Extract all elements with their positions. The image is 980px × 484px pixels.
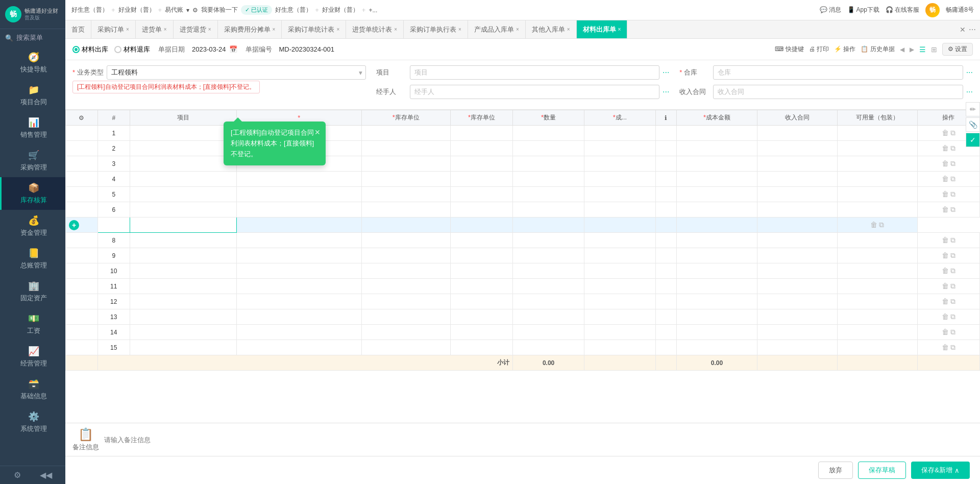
row8-unit[interactable] (451, 233, 513, 248)
row7-inline-input2[interactable] (133, 222, 233, 229)
row11-copy-icon[interactable]: ⧉ (950, 282, 955, 290)
tab-purchase-stats-close[interactable]: × (336, 27, 339, 32)
tab-other-in-close[interactable]: × (567, 27, 570, 32)
tooltip-close-btn[interactable]: ✕ (314, 127, 321, 138)
row10-project[interactable] (130, 263, 236, 279)
row6-copy-icon[interactable]: ⧉ (950, 205, 955, 213)
row9-cost-amount[interactable] (677, 248, 757, 263)
row13-delete-icon[interactable]: 🗑 (942, 312, 949, 321)
topbar-username[interactable]: 畅庸通8号 (946, 6, 974, 14)
row2-delete-icon[interactable]: 🗑 (942, 144, 949, 152)
row1-unit[interactable] (451, 126, 513, 141)
row13-unit[interactable] (451, 309, 513, 325)
row5-cost[interactable] (584, 187, 655, 202)
row10-qty[interactable] (513, 263, 584, 279)
row9-spec[interactable] (361, 248, 451, 263)
row7-inline-input[interactable] (101, 222, 127, 229)
row14-spec[interactable] (361, 325, 451, 340)
radio-material-out[interactable]: 材料出库 (72, 45, 108, 54)
topbar-settings-icon[interactable]: ⚙ (192, 7, 198, 14)
project-input[interactable]: 项目 (410, 65, 659, 80)
row8-cost[interactable] (584, 233, 655, 248)
settings-icon[interactable]: ⚙ (14, 470, 21, 480)
tab-goods-return[interactable]: 进货退货 × (174, 20, 218, 39)
topbar-trial[interactable]: 我要体验一下 (201, 6, 238, 14)
history-btn[interactable]: 📋 历史单据 (861, 45, 894, 54)
tab-purchase-expense-close[interactable]: × (273, 27, 276, 32)
row1-copy-icon[interactable]: ⧉ (950, 129, 955, 137)
tab-goods-in[interactable]: 进货单 × (136, 20, 174, 39)
row12-project[interactable] (130, 294, 236, 309)
income-contract-input[interactable]: 收入合同 (713, 85, 963, 99)
row4-spec[interactable] (361, 172, 451, 187)
sidebar-item-base-info[interactable]: 🗃️ 基础信息 (0, 373, 65, 406)
row2-project[interactable] (130, 141, 236, 156)
handler-input[interactable]: 经手人 (410, 85, 659, 99)
row5-delete-icon[interactable]: 🗑 (942, 190, 949, 198)
row4-project[interactable] (130, 172, 236, 187)
tab-goods-stats-close[interactable]: × (394, 27, 397, 32)
row15-project[interactable] (130, 340, 236, 355)
row7-unit[interactable] (361, 217, 451, 233)
row14-material[interactable] (237, 325, 361, 340)
row12-unit[interactable] (451, 294, 513, 309)
tab-purchase-order[interactable]: 采购订单 × (91, 20, 136, 39)
row3-income[interactable] (757, 156, 837, 172)
settings-button[interactable]: ⚙ 设置 (942, 43, 973, 56)
quick-key-btn[interactable]: ⌨ 快捷键 (775, 45, 803, 54)
row14-project[interactable] (130, 325, 236, 340)
row8-cost-amount[interactable] (677, 233, 757, 248)
row3-cost-amount[interactable] (677, 156, 757, 172)
row11-project[interactable] (130, 279, 236, 294)
sidebar-item-payroll[interactable]: 💵 工资 (0, 308, 65, 341)
topbar-online-service[interactable]: 🎧 在线客服 (886, 6, 919, 14)
warehouse-input[interactable]: 仓库 (713, 65, 963, 80)
row1-income[interactable] (757, 126, 837, 141)
sidebar-item-sys-manage[interactable]: ⚙️ 系统管理 (0, 406, 65, 439)
tab-finished-goods-in-close[interactable]: × (516, 27, 519, 32)
income-contract-dots[interactable]: ··· (966, 87, 973, 96)
row9-copy-icon[interactable]: ⧉ (950, 251, 955, 259)
row11-income[interactable] (757, 279, 837, 294)
topbar-good-finance2[interactable]: 好业财（普） (322, 6, 359, 14)
tab-purchase-stats[interactable]: 采购订单统计表 × (282, 20, 346, 39)
row2-cost[interactable] (584, 141, 655, 156)
row13-copy-icon[interactable]: ⧉ (950, 312, 955, 321)
row6-delete-icon[interactable]: 🗑 (942, 205, 949, 213)
row1-delete-icon[interactable]: 🗑 (942, 129, 949, 137)
row7-copy-icon[interactable]: ⧉ (879, 221, 884, 229)
row15-delete-icon[interactable]: 🗑 (942, 343, 949, 351)
topbar-avatar[interactable]: 畅 (925, 3, 940, 17)
sidebar-item-quick-nav[interactable]: 🧭 快捷导航 (0, 46, 65, 79)
row12-copy-icon[interactable]: ⧉ (950, 297, 955, 305)
row7-cost-amount[interactable] (655, 217, 677, 233)
tab-other-in[interactable]: 其他入库单 × (526, 20, 577, 39)
row8-qty[interactable] (513, 233, 584, 248)
row15-spec[interactable] (361, 340, 451, 355)
sidebar-item-inventory[interactable]: 📦 库存核算 (0, 177, 65, 210)
row13-cost[interactable] (584, 309, 655, 325)
row1-spec[interactable] (361, 126, 451, 141)
topbar-good-business2[interactable]: 好生意（普） (275, 6, 312, 14)
list-view-icon[interactable]: ☰ (919, 45, 926, 54)
row8-delete-icon[interactable]: 🗑 (942, 236, 949, 244)
row7-qty[interactable] (451, 217, 513, 233)
row4-qty[interactable] (513, 172, 584, 187)
row7-cost[interactable] (513, 217, 584, 233)
topbar-message[interactable]: 💬 消息 (820, 6, 841, 14)
tab-goods-stats[interactable]: 进货单统计表 × (346, 20, 404, 39)
row2-cost-amount[interactable] (677, 141, 757, 156)
tab-finished-goods-in[interactable]: 产成品入库单 × (468, 20, 526, 39)
tabbar-more-icon[interactable]: ⋯ (969, 26, 976, 34)
topbar-expand-arrow[interactable]: ▾ (186, 7, 189, 14)
th-settings[interactable]: ⚙ (66, 110, 98, 126)
row1-qty[interactable] (513, 126, 584, 141)
row4-cost-amount[interactable] (677, 172, 757, 187)
topbar-good-finance[interactable]: 好业财（普） (118, 6, 155, 14)
row6-cost-amount[interactable] (677, 202, 757, 217)
project-dots[interactable]: ··· (663, 68, 669, 77)
row8-project[interactable] (130, 233, 236, 248)
calendar-icon[interactable]: 📅 (229, 45, 237, 53)
row8-material[interactable] (237, 233, 361, 248)
collapse-icon[interactable]: ◀◀ (40, 470, 52, 480)
